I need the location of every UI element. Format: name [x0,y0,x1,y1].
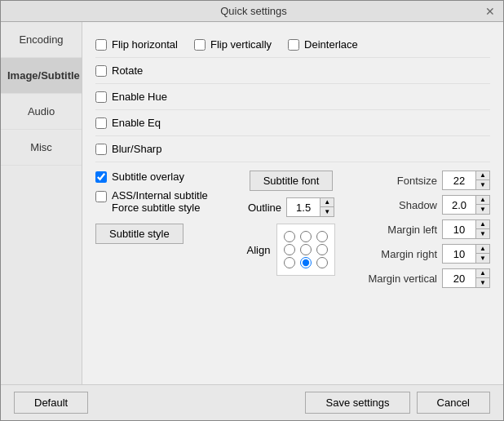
sidebar-item-misc[interactable]: Misc [1,130,82,166]
cancel-button[interactable]: Cancel [417,392,490,414]
save-settings-button[interactable]: Save settings [305,392,409,414]
sidebar-item-encoding[interactable]: Encoding [1,22,82,58]
flip-horizontal-checkbox[interactable]: Flip horizontal [95,38,178,51]
blur-sharp-row: Blur/Sharp [95,136,490,162]
outline-spinbox: ▲ ▼ [286,197,334,217]
margin-right-spinbox: ▲ ▼ [442,244,490,264]
fontsize-spinbox: ▲ ▼ [442,171,490,190]
flip-horizontal-input[interactable] [95,39,107,51]
enable-hue-row: Enable Hue [95,84,490,110]
flip-vertically-input[interactable] [194,39,206,51]
blur-sharp-input[interactable] [95,144,107,155]
outline-arrows: ▲ ▼ [320,198,334,216]
shadow-arrows: ▲ ▼ [475,196,489,214]
flip-row: Flip horizontal Flip vertically Deinterl… [95,32,490,58]
subtitle-overlay-checkbox[interactable]: Subtitle overlay [95,171,226,183]
shadow-input[interactable] [443,196,475,214]
margin-right-label: Margin right [372,248,437,260]
enable-eq-label: Enable Eq [112,117,161,129]
margin-right-down-button[interactable]: ▼ [476,254,489,263]
subtitle-left: Subtitle overlay ASS/Internal subtitle F… [95,171,226,244]
margin-right-row: Margin right ▲ ▼ [356,244,490,264]
align-top-right[interactable] [316,231,328,242]
deinterlace-label: Deinterlace [304,38,358,51]
margin-vertical-down-button[interactable]: ▼ [476,278,489,287]
flip-horizontal-label: Flip horizontal [112,38,178,51]
fontsize-arrows: ▲ ▼ [475,171,489,189]
subtitle-font-button[interactable]: Subtitle font [250,171,334,191]
subtitle-section: Subtitle overlay ASS/Internal subtitle F… [95,162,490,296]
margin-left-input[interactable] [443,220,475,238]
margin-left-down-button[interactable]: ▼ [476,229,489,238]
outline-up-button[interactable]: ▲ [321,198,334,207]
window-title: Quick settings [24,5,484,17]
margin-right-up-button[interactable]: ▲ [476,245,489,254]
fontsize-input[interactable] [443,171,475,189]
content-area: Encoding Image/Subtitle Audio Misc Flip … [1,22,503,384]
fontsize-up-button[interactable]: ▲ [476,171,489,180]
margin-left-spinbox: ▲ ▼ [442,219,490,239]
ass-internal-input[interactable] [95,191,107,202]
quick-settings-window: Quick settings ✕ Encoding Image/Subtitle… [0,0,504,421]
sidebar-item-audio[interactable]: Audio [1,94,82,130]
margin-vertical-input[interactable] [443,269,475,287]
align-mid-left[interactable] [284,244,295,255]
outline-down-button[interactable]: ▼ [321,207,334,216]
footer: Default Save settings Cancel [1,384,503,420]
shadow-down-button[interactable]: ▼ [476,205,489,214]
margin-vertical-spinbox: ▲ ▼ [442,268,490,288]
align-bot-right[interactable] [316,257,328,268]
flip-vertically-checkbox[interactable]: Flip vertically [194,38,272,51]
shadow-up-button[interactable]: ▲ [476,196,489,205]
align-container: Align [247,224,336,276]
footer-right-buttons: Save settings Cancel [305,392,490,414]
align-bot-left[interactable] [284,257,295,268]
align-label: Align [247,244,271,256]
align-top-center[interactable] [300,231,312,242]
rotate-row: Rotate [95,58,490,84]
ass-internal-label: ASS/Internal subtitle Force subtitle sty… [112,189,208,214]
default-button[interactable]: Default [14,392,88,414]
align-mid-right[interactable] [316,244,328,255]
align-row-middle [284,244,328,255]
enable-hue-checkbox[interactable]: Enable Hue [95,91,167,103]
title-bar: Quick settings ✕ [1,1,503,22]
rotate-label: Rotate [112,64,143,77]
margin-right-input[interactable] [443,245,475,263]
fontsize-down-button[interactable]: ▼ [476,180,489,189]
deinterlace-input[interactable] [288,39,299,51]
align-bot-center[interactable] [300,257,312,268]
close-button[interactable]: ✕ [484,5,497,18]
enable-eq-input[interactable] [95,117,107,129]
rotate-input[interactable] [95,65,107,77]
margin-left-row: Margin left ▲ ▼ [356,219,490,239]
subtitle-overlay-input[interactable] [95,171,107,183]
flip-vertically-label: Flip vertically [210,38,272,51]
enable-eq-row: Enable Eq [95,110,490,136]
outline-label: Outline [248,202,281,214]
ass-internal-checkbox[interactable]: ASS/Internal subtitle Force subtitle sty… [95,189,226,214]
blur-sharp-checkbox[interactable]: Blur/Sharp [95,143,161,155]
margin-right-arrows: ▲ ▼ [475,245,489,263]
align-top-left[interactable] [284,231,295,242]
sidebar-item-image-subtitle[interactable]: Image/Subtitle [1,58,82,94]
fontsize-label: Fontsize [372,175,437,187]
subtitle-middle: Subtitle font Outline ▲ ▼ [234,171,348,276]
subtitle-style-button[interactable]: Subtitle style [95,224,183,244]
enable-eq-checkbox[interactable]: Enable Eq [95,117,161,129]
enable-hue-input[interactable] [95,91,107,103]
subtitle-main-row: Subtitle overlay ASS/Internal subtitle F… [95,171,490,288]
deinterlace-checkbox[interactable]: Deinterlace [288,38,358,51]
subtitle-overlay-label: Subtitle overlay [112,171,184,183]
align-mid-center[interactable] [300,244,312,255]
shadow-row: Shadow ▲ ▼ [356,195,490,215]
shadow-label: Shadow [372,199,437,211]
outline-input[interactable] [287,198,320,216]
rotate-checkbox[interactable]: Rotate [95,64,143,77]
margin-left-label: Margin left [372,224,437,236]
margin-left-arrows: ▲ ▼ [475,220,489,238]
margin-left-up-button[interactable]: ▲ [476,220,489,229]
fontsize-row: Fontsize ▲ ▼ [356,171,490,190]
margin-vertical-up-button[interactable]: ▲ [476,269,489,278]
blur-sharp-label: Blur/Sharp [112,143,161,155]
